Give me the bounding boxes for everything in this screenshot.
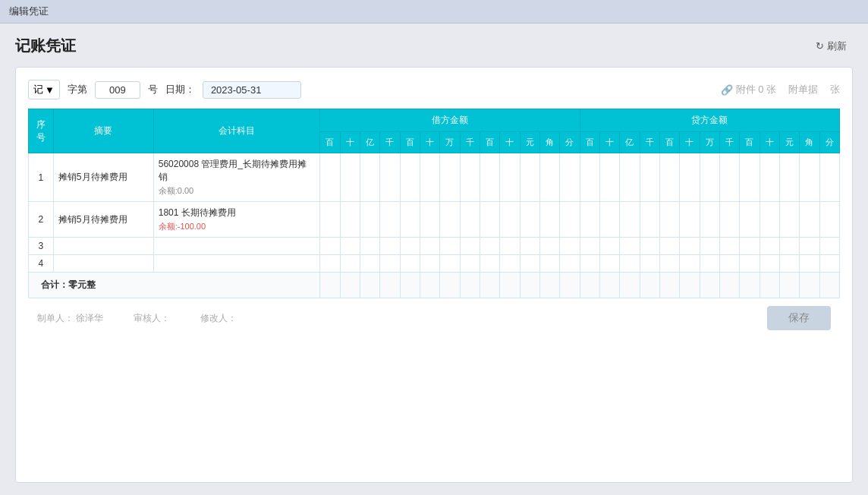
debit-cell-r2-c5[interactable] [400, 202, 420, 238]
debit-cell-r3-c8[interactable] [460, 238, 480, 255]
debit-cell-r4-c3[interactable] [360, 255, 379, 273]
credit-cell-r1-c9[interactable] [740, 153, 760, 202]
debit-cell-r4-c9[interactable] [480, 255, 499, 273]
credit-cell-r1-c11[interactable] [779, 153, 799, 202]
credit-cell-r1-c6[interactable] [680, 153, 700, 202]
credit-cell-r4-c3[interactable] [620, 255, 640, 273]
credit-cell-r2-c1[interactable] [580, 202, 599, 238]
debit-cell-r3-c4[interactable] [380, 238, 400, 255]
credit-cell-r3-c5[interactable] [659, 238, 679, 255]
row-seq-1[interactable]: 1 [29, 153, 54, 202]
debit-cell-r1-c13[interactable] [560, 153, 580, 202]
row-seq-2[interactable]: 2 [29, 202, 54, 238]
debit-cell-r2-c13[interactable] [560, 202, 580, 238]
credit-cell-r3-c4[interactable] [640, 238, 659, 255]
row-summary-4[interactable] [53, 255, 153, 273]
credit-cell-r3-c1[interactable] [580, 238, 599, 255]
debit-cell-r1-c5[interactable] [400, 153, 420, 202]
credit-cell-r4-c8[interactable] [719, 255, 739, 273]
credit-cell-r2-c10[interactable] [760, 202, 779, 238]
credit-cell-r2-c3[interactable] [620, 202, 640, 238]
credit-cell-r3-c2[interactable] [599, 238, 619, 255]
row-account-4[interactable] [153, 255, 320, 273]
debit-cell-r3-c6[interactable] [420, 238, 439, 255]
debit-cell-r2-c4[interactable] [380, 202, 400, 238]
credit-cell-r2-c11[interactable] [779, 202, 799, 238]
credit-cell-r3-c13[interactable] [819, 238, 839, 255]
credit-cell-r1-c4[interactable] [640, 153, 659, 202]
credit-cell-r3-c10[interactable] [760, 238, 779, 255]
credit-cell-r2-c8[interactable] [719, 202, 739, 238]
row-summary-1[interactable]: 摊销5月待摊费用 [53, 153, 153, 202]
debit-cell-r4-c2[interactable] [340, 255, 360, 273]
credit-cell-r1-c3[interactable] [620, 153, 640, 202]
credit-cell-r1-c7[interactable] [700, 153, 719, 202]
row-account-2[interactable]: 1801 长期待摊费用余额:-100.00 [153, 202, 320, 238]
type-dropdown[interactable]: 记 ▼ [28, 80, 60, 99]
debit-cell-r3-c3[interactable] [360, 238, 379, 255]
credit-cell-r1-c8[interactable] [719, 153, 739, 202]
credit-cell-r3-c11[interactable] [779, 238, 799, 255]
debit-cell-r3-c7[interactable] [440, 238, 460, 255]
credit-cell-r2-c5[interactable] [659, 202, 679, 238]
credit-cell-r1-c12[interactable] [800, 153, 819, 202]
credit-cell-r2-c2[interactable] [599, 202, 619, 238]
debit-cell-r4-c5[interactable] [400, 255, 420, 273]
debit-cell-r4-c8[interactable] [460, 255, 480, 273]
row-summary-2[interactable]: 摊销5月待摊费用 [53, 202, 153, 238]
credit-cell-r4-c9[interactable] [740, 255, 760, 273]
debit-cell-r3-c5[interactable] [400, 238, 420, 255]
date-input[interactable] [203, 81, 301, 99]
debit-cell-r1-c9[interactable] [480, 153, 499, 202]
credit-cell-r2-c13[interactable] [819, 202, 839, 238]
credit-cell-r4-c5[interactable] [659, 255, 679, 273]
debit-cell-r1-c3[interactable] [360, 153, 379, 202]
debit-cell-r1-c6[interactable] [420, 153, 439, 202]
debit-cell-r1-c1[interactable] [320, 153, 340, 202]
debit-cell-r1-c4[interactable] [380, 153, 400, 202]
credit-cell-r4-c7[interactable] [700, 255, 719, 273]
debit-cell-r2-c3[interactable] [360, 202, 379, 238]
credit-cell-r3-c7[interactable] [700, 238, 719, 255]
credit-cell-r4-c4[interactable] [640, 255, 659, 273]
credit-cell-r4-c1[interactable] [580, 255, 599, 273]
credit-cell-r3-c9[interactable] [740, 238, 760, 255]
credit-cell-r4-c2[interactable] [599, 255, 619, 273]
credit-cell-r4-c13[interactable] [819, 255, 839, 273]
debit-cell-r2-c7[interactable] [440, 202, 460, 238]
debit-cell-r3-c2[interactable] [340, 238, 360, 255]
debit-cell-r4-c7[interactable] [440, 255, 460, 273]
credit-cell-r2-c4[interactable] [640, 202, 659, 238]
debit-cell-r1-c2[interactable] [340, 153, 360, 202]
credit-cell-r1-c1[interactable] [580, 153, 599, 202]
debit-cell-r3-c13[interactable] [560, 238, 580, 255]
debit-cell-r4-c6[interactable] [420, 255, 439, 273]
voucher-number-input[interactable] [95, 81, 140, 99]
debit-cell-r2-c11[interactable] [520, 202, 539, 238]
credit-cell-r4-c6[interactable] [680, 255, 700, 273]
debit-cell-r2-c9[interactable] [480, 202, 499, 238]
debit-cell-r4-c12[interactable] [539, 255, 559, 273]
debit-cell-r3-c11[interactable] [520, 238, 539, 255]
debit-cell-r2-c10[interactable] [500, 202, 520, 238]
credit-cell-r4-c10[interactable] [760, 255, 779, 273]
debit-cell-r1-c10[interactable] [500, 153, 520, 202]
row-summary-3[interactable] [53, 238, 153, 255]
row-seq-4[interactable]: 4 [29, 255, 54, 273]
debit-cell-r1-c7[interactable] [440, 153, 460, 202]
debit-cell-r4-c11[interactable] [520, 255, 539, 273]
row-account-1[interactable]: 56020008 管理费用_长期待摊费用摊销余额:0.00 [153, 153, 320, 202]
debit-cell-r3-c1[interactable] [320, 238, 340, 255]
debit-cell-r2-c8[interactable] [460, 202, 480, 238]
debit-cell-r2-c2[interactable] [340, 202, 360, 238]
credit-cell-r4-c12[interactable] [800, 255, 819, 273]
debit-cell-r3-c9[interactable] [480, 238, 499, 255]
debit-cell-r3-c12[interactable] [539, 238, 559, 255]
credit-cell-r3-c6[interactable] [680, 238, 700, 255]
debit-cell-r4-c13[interactable] [560, 255, 580, 273]
credit-cell-r2-c7[interactable] [700, 202, 719, 238]
refresh-button[interactable]: ↻ 刷新 [810, 36, 853, 56]
credit-cell-r2-c9[interactable] [740, 202, 760, 238]
debit-cell-r1-c12[interactable] [539, 153, 559, 202]
debit-cell-r2-c12[interactable] [539, 202, 559, 238]
